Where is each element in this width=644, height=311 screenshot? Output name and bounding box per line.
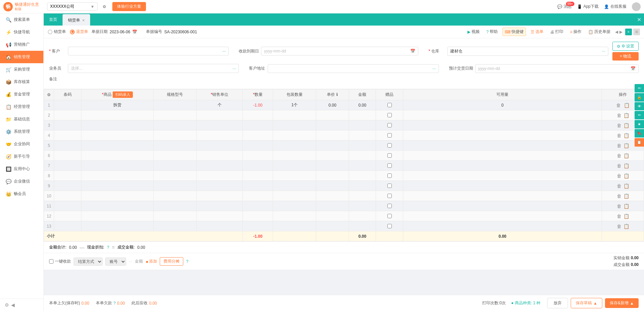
account-select[interactable]: 账号	[105, 258, 126, 266]
side-bookmark-button[interactable]: 🔖	[635, 129, 644, 138]
toolbar-help-btn[interactable]: ? 帮助	[484, 28, 500, 36]
toolbar-shortcut-btn[interactable]: ⌨ 快捷键	[502, 28, 526, 36]
sidebar-item-search[interactable]: 🔍 搜索菜单	[0, 13, 43, 26]
sidebar-item-sales[interactable]: 🏠 销售管理	[0, 51, 43, 63]
gift-checkbox-2[interactable]	[387, 113, 392, 117]
sidebar-item-finance[interactable]: 💰 资金管理	[0, 88, 43, 101]
date-calendar-icon[interactable]: 📅	[132, 30, 137, 34]
company-selector[interactable]: XXXXXX公司 ▼	[47, 2, 98, 11]
side-star-button[interactable]: ★	[635, 120, 644, 128]
online-support-button[interactable]: 👤 在线客服	[604, 4, 627, 9]
sidebar-item-appstore[interactable]: 🔲 应用中心	[0, 163, 43, 175]
delivery-calendar-icon[interactable]: 📅	[631, 66, 636, 71]
side-note-button[interactable]: ✏	[635, 84, 644, 92]
toolbar-operation-btn[interactable]: ≡ 操作	[568, 28, 583, 36]
cell-gift-1[interactable]	[376, 100, 403, 110]
delete-btn-3[interactable]: 🗑	[616, 123, 622, 128]
logistics-button[interactable]: + 物流	[612, 52, 639, 61]
trial-button[interactable]: 体验行业方案	[112, 2, 146, 11]
tab-sales-order[interactable]: 销货单 ✕	[63, 14, 90, 26]
one-click-checkbox-input[interactable]	[49, 259, 53, 264]
message-button[interactable]: 💬 消息 99+	[557, 4, 572, 9]
warehouse-input[interactable]: 建材仓 ···	[447, 47, 608, 56]
salesperson-input[interactable]: 选择... ···	[68, 64, 239, 73]
sidebar-item-marketing[interactable]: 📢 营销推广	[0, 38, 43, 51]
cell-spec-2[interactable]	[153, 110, 196, 120]
gift-checkbox-1[interactable]	[387, 103, 392, 107]
sidebar-item-collab[interactable]: 🤝 企业协同	[0, 138, 43, 150]
delete-btn-1[interactable]: 🗑	[615, 103, 622, 108]
payment-due-input[interactable]: yyyy-mm-dd 📅	[261, 47, 418, 55]
radio-sales-order[interactable]: 销货单	[48, 29, 66, 35]
radio-return-order[interactable]: 退货单	[70, 29, 88, 35]
sidebar-settings-icon[interactable]: ⚙	[5, 302, 9, 308]
cell-unit-price-1[interactable]: 0.00	[316, 100, 349, 110]
cell-barcode-2[interactable]	[54, 110, 81, 120]
copy-btn-2[interactable]: 📋	[622, 113, 630, 118]
delete-btn-2[interactable]: 🗑	[616, 113, 622, 118]
sidebar-item-member[interactable]: 👑 畅会员	[0, 188, 43, 200]
cell-unit-2[interactable]	[196, 110, 242, 120]
prev-icon[interactable]: ◀	[615, 30, 618, 34]
avatar[interactable]	[632, 2, 641, 11]
address-input[interactable]: ···	[268, 64, 439, 73]
next-icon[interactable]: ▶	[619, 30, 622, 34]
toolbar-print-btn[interactable]: 🖨 打印	[548, 28, 565, 36]
address-dots-icon[interactable]: ···	[432, 66, 436, 71]
cell-amount-1[interactable]: 0.00	[349, 100, 376, 110]
settlement-method-select[interactable]: 结算方式	[74, 258, 103, 266]
cell-gift-2[interactable]	[376, 110, 403, 120]
expense-split-button[interactable]: 费用分摊	[160, 257, 183, 266]
layout-grid-icon[interactable]: ⊞	[633, 29, 640, 35]
side-orange-button[interactable]: 📋	[635, 138, 644, 147]
save-new-button[interactable]: 保存&新增 ▲	[605, 298, 639, 308]
salesperson-dots-icon[interactable]: ···	[232, 66, 236, 71]
cell-unit-price-2[interactable]	[316, 110, 349, 120]
sidebar-item-operations[interactable]: 📋 经营管理	[0, 101, 43, 113]
sidebar-item-quicknav[interactable]: ⚡ 快捷导航	[0, 26, 43, 38]
tab-home[interactable]: 首页	[44, 13, 63, 26]
copy-btn-1[interactable]: 📋	[623, 103, 631, 108]
toolbar-history-btn[interactable]: 📋 历史单据	[586, 28, 612, 36]
payment-due-calendar-icon[interactable]: 📅	[410, 49, 415, 53]
th-settings[interactable]: ⚙	[44, 89, 54, 100]
cell-barcode-1[interactable]	[54, 100, 81, 110]
warehouse-dots-icon[interactable]: ···	[602, 49, 605, 53]
add-payment-button[interactable]: ● 添加	[146, 259, 157, 264]
cell-spec-1[interactable]	[153, 100, 196, 110]
sidebar-item-system[interactable]: ⚙️ 系统管理	[0, 125, 43, 138]
cell-qty-2[interactable]	[243, 110, 273, 120]
copy-btn-3[interactable]: 📋	[622, 123, 630, 128]
app-download-button[interactable]: 📱 App下载	[577, 4, 599, 9]
toolbar-video-btn[interactable]: ▶ 视频	[465, 28, 482, 36]
layout-list-icon[interactable]: ≡	[625, 29, 632, 35]
sidebar-item-guide[interactable]: 🧭 新手引导	[0, 150, 43, 163]
gift-checkbox-3[interactable]	[387, 123, 392, 127]
tab-close-icon[interactable]: ✕	[82, 18, 85, 22]
scan-button[interactable]: 扫码录入	[113, 91, 133, 98]
cell-unit-1[interactable]: 个	[196, 100, 242, 110]
sidebar-item-basics[interactable]: 📁 基础信息	[0, 113, 43, 125]
sidebar-item-inventory[interactable]: 📦 库存核算	[0, 76, 43, 88]
one-click-payment-checkbox[interactable]: 一键收款	[49, 259, 71, 264]
side-eye-button[interactable]: 👁	[635, 102, 644, 110]
side-edit-button[interactable]: ✏	[635, 111, 644, 119]
cell-qty-1[interactable]: -1.00	[243, 100, 273, 110]
settings-button[interactable]: ⚙ ⚙ 设置	[612, 42, 639, 51]
sidebar-item-wechat[interactable]: 💬 企业微信	[0, 175, 43, 188]
customer-input[interactable]: ···	[68, 47, 229, 55]
customer-dots-icon[interactable]: ···	[222, 49, 226, 53]
cell-product-1[interactable]: 拆货	[81, 100, 154, 110]
sidebar-item-purchase[interactable]: 🛒 采购管理	[0, 63, 43, 76]
cell-product-2[interactable]	[81, 110, 154, 120]
abandon-button[interactable]: 放弃	[547, 298, 568, 308]
save-draft-button[interactable]: 保存草稿 ▲	[571, 298, 602, 308]
expense-help-icon[interactable]: ?	[186, 259, 188, 264]
delivery-input[interactable]: yyyy-mm-dd 📅	[475, 64, 639, 73]
cell-pkg-qty-2[interactable]	[273, 110, 316, 120]
side-lock-button[interactable]: 🔒	[635, 93, 644, 102]
settings-gear-button[interactable]: ⚙	[100, 2, 109, 11]
cell-amount-2[interactable]	[349, 110, 376, 120]
toolbar-select-btn[interactable]: ☰ 选单	[529, 28, 545, 36]
cell-pkg-qty-1[interactable]: 1个	[273, 100, 316, 110]
